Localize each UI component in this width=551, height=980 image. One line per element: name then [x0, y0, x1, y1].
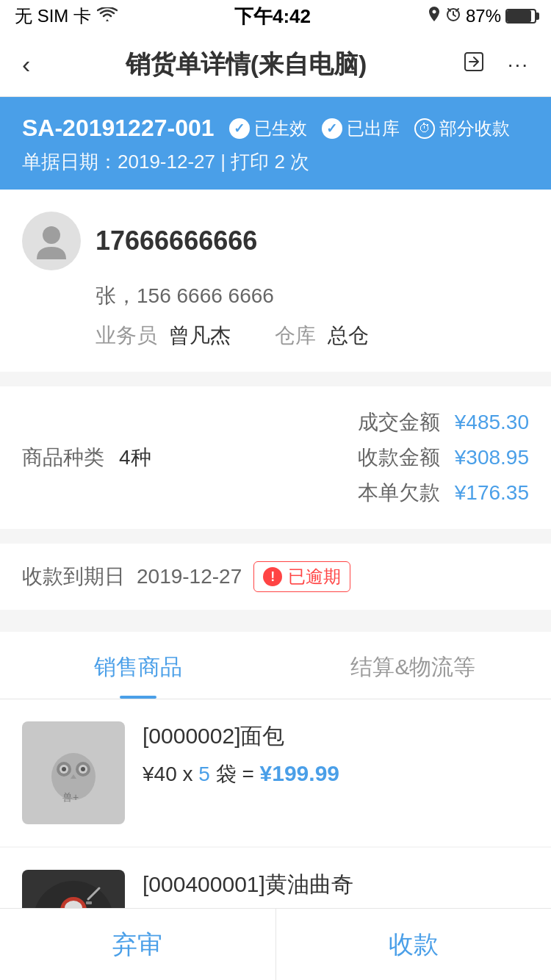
cancel-review-button[interactable]: 弃审 [0, 909, 276, 980]
product-total-1: ¥199.99 [260, 761, 339, 785]
tab-settlement[interactable]: 结算&物流等 [276, 632, 551, 699]
header-banner: SA-20191227-001 ✓ 已生效 ✓ 已出库 ⏱ 部分收款 单据日期：… [0, 97, 551, 190]
order-id: SA-20191227-001 [22, 115, 215, 142]
carrier-text: 无 SIM 卡 [15, 4, 91, 28]
location-icon [428, 6, 441, 26]
product-type: 商品种类 4种 [22, 408, 151, 507]
deal-amount-label: 成交金额 [358, 408, 440, 436]
received-label: 收款金额 [358, 444, 440, 472]
order-date: 单据日期：2019-12-27 | 打印 2 次 [22, 149, 529, 175]
status-left: 无 SIM 卡 [15, 4, 118, 28]
due-section: 收款到期日 2019-12-27 ! 已逾期 [0, 544, 551, 610]
page-title: 销货单详情(来自电脑) [126, 48, 367, 82]
tab-products[interactable]: 销售商品 [0, 632, 276, 699]
product-qty-1: 5 [198, 763, 210, 785]
due-label: 收款到期日 [22, 563, 125, 591]
customer-row: 17666666666 [22, 212, 529, 270]
product-name-1: [0000002]面包 [143, 721, 529, 752]
product-info-1: [0000002]面包 ¥40 x 5 袋 = ¥199.99 [143, 721, 529, 788]
more-button[interactable]: ··· [508, 53, 529, 76]
back-button[interactable]: ‹ [22, 50, 30, 79]
product-type-value: 4种 [119, 444, 151, 472]
collect-payment-button[interactable]: 收款 [276, 909, 552, 980]
customer-contact: 张，156 6666 6666 [22, 282, 529, 310]
sales-info: 业务员 曾凡杰 [96, 322, 231, 350]
svg-point-10 [62, 767, 66, 771]
product-thumbnail-1: 兽+ [22, 721, 125, 824]
order-row: SA-20191227-001 ✓ 已生效 ✓ 已出库 ⏱ 部分收款 [22, 115, 529, 142]
status-right: 87% [428, 6, 536, 26]
svg-text:兽+: 兽+ [62, 791, 79, 803]
status-shipped-text: 已出库 [347, 117, 400, 140]
status-shipped: ✓ 已出库 [322, 117, 400, 140]
status-bar: 无 SIM 卡 下午4:42 87% [0, 0, 551, 32]
tabs-row: 销售商品 结算&物流等 [0, 632, 551, 699]
nav-bar: ‹ 销货单详情(来自电脑) ··· [0, 32, 551, 97]
owed-label: 本单欠款 [358, 479, 440, 507]
battery-icon [505, 9, 536, 24]
svg-rect-20 [86, 901, 92, 904]
status-effective: ✓ 已生效 [229, 117, 307, 140]
deal-amount-value: ¥485.30 [455, 411, 529, 434]
wifi-icon [97, 6, 118, 26]
check-icon-1: ✓ [229, 118, 250, 139]
overdue-text: 已逾期 [288, 565, 341, 588]
separator-1 [0, 617, 551, 632]
clock-icon: ⏱ [414, 118, 435, 139]
owed-value: ¥176.35 [455, 481, 529, 505]
status-partial: ⏱ 部分收款 [414, 117, 510, 140]
svg-point-4 [43, 226, 60, 244]
warehouse-info: 仓库 总仓 [275, 322, 369, 350]
status-time: 下午4:42 [234, 4, 311, 29]
owed-amount-row: 本单欠款 ¥176.35 [358, 479, 529, 507]
product-type-label: 商品种类 [22, 444, 104, 472]
share-icon[interactable] [462, 50, 486, 79]
status-partial-text: 部分收款 [439, 117, 510, 140]
svg-point-11 [81, 767, 85, 771]
overdue-badge: ! 已逾期 [253, 561, 350, 592]
amount-summary: 成交金额 ¥485.30 收款金额 ¥308.95 本单欠款 ¥176.35 [358, 408, 529, 507]
due-date: 2019-12-27 [137, 565, 242, 588]
bottom-bar: 弃审 收款 [0, 908, 551, 980]
tabs-section: 销售商品 结算&物流等 [0, 632, 551, 699]
status-effective-text: 已生效 [254, 117, 307, 140]
received-value: ¥308.95 [455, 446, 529, 469]
received-amount-row: 收款金额 ¥308.95 [358, 444, 529, 472]
battery-percent: 87% [466, 6, 501, 26]
summary-section: 商品种类 4种 成交金额 ¥485.30 收款金额 ¥308.95 本单欠款 ¥… [0, 386, 551, 529]
customer-section: 17666666666 张，156 6666 6666 业务员 曾凡杰 仓库 总… [0, 190, 551, 372]
customer-meta: 业务员 曾凡杰 仓库 总仓 [22, 322, 529, 350]
product-price-row-1: ¥40 x 5 袋 = ¥199.99 [143, 760, 529, 788]
nav-right: ··· [462, 50, 529, 79]
customer-phone: 17666666666 [96, 226, 257, 256]
warning-icon: ! [263, 567, 282, 586]
avatar [22, 212, 81, 270]
sales-label: 业务员 [96, 324, 157, 347]
svg-line-2 [453, 15, 455, 16]
sales-value: 曾凡杰 [169, 324, 231, 347]
deal-amount-row: 成交金额 ¥485.30 [358, 408, 529, 436]
warehouse-label: 仓库 [275, 324, 316, 347]
alarm-icon [445, 6, 461, 26]
warehouse-value: 总仓 [328, 324, 369, 347]
check-icon-2: ✓ [322, 118, 342, 139]
product-name-2: [000400001]黄油曲奇 [143, 870, 529, 900]
product-item: 兽+ [0000002]面包 ¥40 x 5 袋 = ¥199.99 [0, 699, 551, 846]
